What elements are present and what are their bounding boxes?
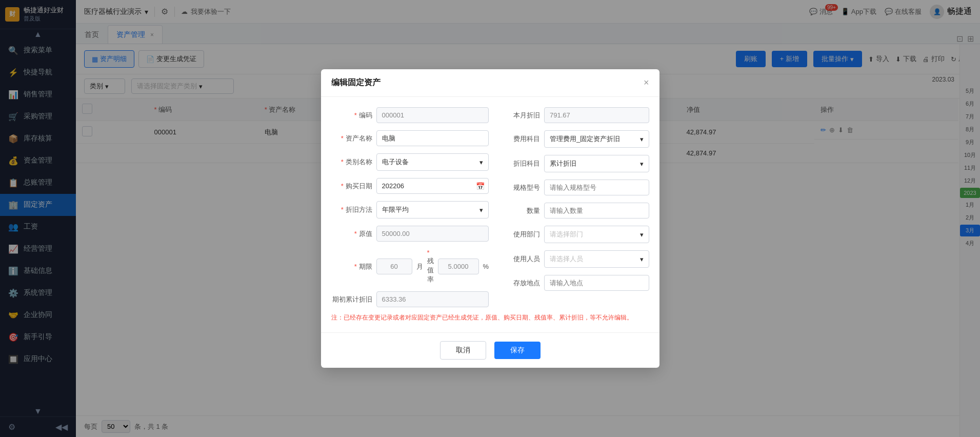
form-person-row: 使用人员 请选择人员 ▾ bbox=[499, 250, 649, 268]
residual-rate-input[interactable] bbox=[438, 259, 479, 274]
monthly-dep-input bbox=[544, 107, 649, 123]
form-name-row: * 资产名称 bbox=[331, 130, 489, 146]
modal-footer: 取消 保存 bbox=[321, 332, 659, 368]
purchase-date-input[interactable] bbox=[376, 178, 489, 194]
spec-input[interactable] bbox=[544, 180, 649, 195]
edit-asset-modal: 编辑固定资产 × * 编码 * 资产名称 bbox=[321, 69, 659, 368]
quantity-label: 数量 bbox=[499, 206, 540, 215]
expense-account-label: 费用科目 bbox=[499, 134, 540, 144]
form-accumulated-row: 期初累计折旧 bbox=[331, 291, 489, 307]
period-input[interactable] bbox=[376, 259, 412, 274]
dep-account-dropdown-icon: ▾ bbox=[640, 160, 644, 168]
category-label: * 类别名称 bbox=[331, 157, 372, 167]
modal-overlay: 编辑固定资产 × * 编码 * 资产名称 bbox=[0, 0, 980, 437]
accumulated-label: 期初累计折旧 bbox=[331, 295, 372, 304]
cancel-button[interactable]: 取消 bbox=[440, 341, 486, 360]
person-select[interactable]: 请选择人员 ▾ bbox=[544, 250, 649, 268]
person-label: 使用人员 bbox=[499, 254, 540, 264]
purchase-date-label: * 购买日期 bbox=[331, 182, 372, 191]
monthly-dep-label: 本月折旧 bbox=[499, 111, 540, 120]
form-period-row: * 期限 月 * 残值率 % bbox=[331, 249, 489, 284]
save-button[interactable]: 保存 bbox=[494, 342, 541, 359]
expense-account-select[interactable]: 管理费用_固定资产折旧 ▾ bbox=[544, 130, 649, 148]
code-label: * 编码 bbox=[331, 111, 372, 120]
form-original-value-row: * 原值 bbox=[331, 226, 489, 242]
period-unit-label: 月 bbox=[416, 262, 423, 271]
modal-close-icon[interactable]: × bbox=[644, 77, 649, 88]
modal-header: 编辑固定资产 × bbox=[321, 69, 659, 97]
form-spec-row: 规格型号 bbox=[499, 180, 649, 195]
category-dropdown-icon: ▾ bbox=[479, 158, 483, 166]
person-dropdown-icon: ▾ bbox=[640, 255, 644, 263]
original-value-label: * 原值 bbox=[331, 229, 372, 239]
depreciation-method-label: * 折旧方法 bbox=[331, 205, 372, 214]
form-expense-account-row: 费用科目 管理费用_固定资产折旧 ▾ bbox=[499, 130, 649, 148]
form-monthly-dep-row: 本月折旧 bbox=[499, 107, 649, 123]
form-date-row: * 购买日期 📅 bbox=[331, 178, 489, 194]
spec-label: 规格型号 bbox=[499, 183, 540, 192]
form-code-row: * 编码 bbox=[331, 107, 489, 123]
department-dropdown-icon: ▾ bbox=[640, 231, 644, 239]
modal-left-col: * 编码 * 资产名称 * 类别名称 bbox=[331, 107, 489, 309]
department-select[interactable]: 请选择部门 ▾ bbox=[544, 226, 649, 243]
form-quantity-row: 数量 bbox=[499, 203, 649, 218]
code-input[interactable] bbox=[376, 107, 489, 123]
modal-body: * 编码 * 资产名称 * 类别名称 bbox=[321, 97, 659, 332]
original-value-input[interactable] bbox=[376, 226, 489, 242]
residual-rate-unit: % bbox=[483, 263, 489, 270]
quantity-input[interactable] bbox=[544, 203, 649, 218]
expense-account-dropdown-icon: ▾ bbox=[640, 135, 644, 143]
location-label: 存放地点 bbox=[499, 279, 540, 288]
modal-form-grid: * 编码 * 资产名称 * 类别名称 bbox=[331, 107, 649, 309]
depreciation-method-dropdown-icon: ▾ bbox=[479, 206, 483, 214]
form-location-row: 存放地点 bbox=[499, 275, 649, 291]
residual-rate-label: * 残值率 bbox=[427, 249, 434, 284]
period-label: * 期限 bbox=[331, 262, 372, 271]
modal-title: 编辑固定资产 bbox=[331, 77, 381, 88]
period-residual-row: 月 * 残值率 % bbox=[376, 249, 489, 284]
modal-note: 注：已经存在变更记录或者对应固定资产已经生成凭证，原值、购买日期、残值率、累计折… bbox=[331, 309, 649, 322]
asset-name-label: * 资产名称 bbox=[331, 134, 372, 143]
purchase-date-field: 📅 bbox=[376, 178, 489, 194]
location-input[interactable] bbox=[544, 275, 649, 291]
depreciation-method-select[interactable]: 年限平均 ▾ bbox=[376, 201, 489, 218]
category-select[interactable]: 电子设备 ▾ bbox=[376, 153, 489, 171]
form-dep-account-row: 折旧科目 累计折旧 ▾ bbox=[499, 155, 649, 172]
dep-account-select[interactable]: 累计折旧 ▾ bbox=[544, 155, 649, 172]
calendar-icon: 📅 bbox=[476, 182, 485, 190]
department-label: 使用部门 bbox=[499, 230, 540, 239]
accumulated-input[interactable] bbox=[376, 291, 489, 307]
modal-right-col: 本月折旧 费用科目 管理费用_固定资产折旧 ▾ bbox=[499, 107, 649, 309]
dep-account-label: 折旧科目 bbox=[499, 159, 540, 168]
form-depreciation-method-row: * 折旧方法 年限平均 ▾ bbox=[331, 201, 489, 218]
form-department-row: 使用部门 请选择部门 ▾ bbox=[499, 226, 649, 243]
form-category-row: * 类别名称 电子设备 ▾ bbox=[331, 153, 489, 171]
asset-name-input[interactable] bbox=[376, 130, 489, 146]
